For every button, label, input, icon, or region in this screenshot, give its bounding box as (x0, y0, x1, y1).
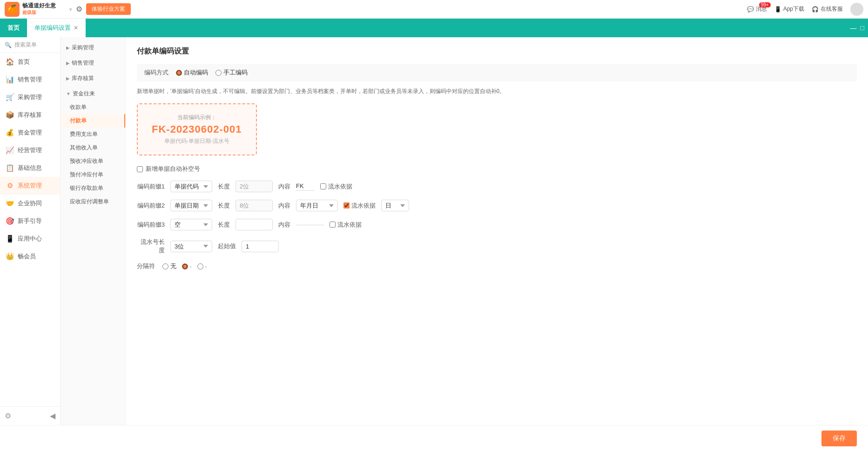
industry-btn[interactable]: 体验行业方案 (86, 3, 131, 15)
prefix2-content-label: 内容 (278, 202, 290, 210)
app-download-item[interactable]: 📱 App下载 (774, 5, 804, 13)
tab-home-label: 首页 (7, 24, 20, 32)
prefix3-length-input[interactable] (236, 219, 273, 230)
sidebar-item-basic[interactable]: 📋 基础信息 (0, 159, 60, 177)
member-icon: 👑 (6, 252, 14, 261)
prefix2-select[interactable]: 单据日期 部门 业务员 空 (170, 200, 212, 211)
sub-group-sales-title[interactable]: ▶ 销售管理 (61, 56, 125, 70)
separator-dot-option[interactable]: · (182, 263, 192, 270)
sidebar-item-sales[interactable]: 📊 销售管理 (0, 71, 60, 88)
preview-code: FK-20230602-001 (152, 123, 242, 135)
sub-item-adjust[interactable]: 应收应付调整单 (61, 195, 125, 209)
sidebar-label-system: 系统管理 (18, 182, 42, 190)
topbar-left: 🍊 畅通道好生意 超级版 ∨ ⚙ 体验行业方案 (5, 2, 131, 17)
sidebar-item-apps[interactable]: 📱 应用中心 (0, 230, 60, 248)
tab-close-icon[interactable]: ✕ (74, 25, 78, 31)
prefix1-serial-checkbox[interactable] (320, 183, 326, 189)
sub-item-expense[interactable]: 费用支出单 (61, 128, 125, 141)
auto-code-option[interactable]: 自动编码 (176, 68, 208, 77)
preview-desc: 单据代码-单据日期-流水号 (152, 137, 242, 145)
serial-length-select[interactable]: 3位 4位 5位 (170, 241, 212, 252)
sub-group-capital-title[interactable]: ▼ 资金往来 (61, 87, 125, 101)
sub-group-sales: ▶ 销售管理 (61, 56, 125, 70)
manual-code-radio[interactable] (215, 70, 222, 76)
minimize-icon[interactable]: — (850, 24, 857, 32)
auto-code-radio[interactable] (176, 70, 182, 76)
prefix3-select[interactable]: 空 单据代码 部门 业务员 (170, 219, 212, 230)
prefix1-length-label: 长度 (218, 182, 230, 191)
sidebar-item-home[interactable]: 🏠 首页 (0, 53, 60, 71)
prefix3-serial-checkbox[interactable] (330, 222, 336, 228)
sub-group-sales-label: 销售管理 (72, 59, 94, 67)
collab-icon: 🤝 (6, 199, 14, 208)
sidebar-settings-icon[interactable]: ⚙ (5, 411, 11, 420)
sidebar-label-inventory: 库存核算 (18, 111, 42, 119)
tab-home[interactable]: 首页 (0, 19, 27, 37)
prefix2-serial-checkbox[interactable] (343, 202, 350, 209)
separator-options: 无 · · (162, 262, 207, 270)
prefix1-content-label: 内容 (278, 182, 290, 191)
sub-item-prepay-ap[interactable]: 预付冲应付单 (61, 168, 125, 182)
prefix2-serial-unit-select[interactable]: 日 月 年 (381, 200, 409, 211)
sidebar-item-guide[interactable]: 🎯 新手引导 (0, 212, 60, 230)
start-value-input[interactable] (242, 241, 279, 252)
search-menu-label: 搜索菜单 (14, 41, 37, 49)
separator-none-radio[interactable] (162, 263, 168, 269)
separator-none-option[interactable]: 无 (162, 262, 176, 270)
sidebar-item-operations[interactable]: 📈 经营管理 (0, 141, 60, 159)
sidebar-item-system[interactable]: ⚙ 系统管理 (0, 177, 60, 195)
guide-icon: 🎯 (6, 217, 14, 225)
auto-fill-checkbox[interactable] (137, 166, 143, 172)
separator-dot2-label: · (205, 263, 207, 270)
prefix1-serial-label[interactable]: 流水依据 (320, 182, 352, 191)
expand-arrow-icon[interactable]: ∨ (69, 7, 72, 12)
online-service-item[interactable]: 🎧 在线客服 (812, 5, 843, 13)
finance-icon: 💰 (6, 128, 14, 137)
sub-group-inventory-label: 库存核算 (72, 74, 94, 82)
separator-none-label: 无 (170, 262, 176, 270)
sidebar-item-member[interactable]: 👑 畅会员 (0, 248, 60, 265)
prefix2-content-select[interactable]: 年月日 年月 年 (296, 200, 338, 211)
sub-group-inventory-title[interactable]: ▶ 库存核算 (61, 72, 125, 85)
sidebar-label-collab: 企业协同 (18, 199, 42, 208)
sidebar-item-finance[interactable]: 💰 资金管理 (0, 124, 60, 141)
avatar[interactable] (850, 3, 863, 16)
prefix2-serial-label[interactable]: 流水依据 (343, 202, 376, 210)
maximize-icon[interactable]: □ (861, 24, 864, 32)
separator-dot-radio[interactable] (182, 263, 188, 269)
sub-item-prepay-ar[interactable]: 预收冲应收单 (61, 155, 125, 168)
prefix2-serial-text: 流水依据 (351, 202, 376, 210)
sub-group-purchase-title[interactable]: ▶ 采购管理 (61, 41, 125, 54)
prefix3-serial-label[interactable]: 流水依据 (330, 221, 362, 229)
separator-dot2-option[interactable]: · (197, 263, 207, 270)
search-icon: 🔍 (5, 42, 12, 48)
prefix1-select[interactable]: 单据代码 部门 业务员 空 (170, 181, 212, 192)
manual-code-option[interactable]: 手工编码 (215, 68, 248, 77)
sidebar-collapse-icon[interactable]: ◀ (50, 411, 55, 420)
preview-box: 当前编码示例： FK-20230602-001 单据代码-单据日期-流水号 (137, 103, 257, 155)
app-download-icon: 📱 (774, 6, 781, 13)
settings-icon[interactable]: ⚙ (76, 5, 82, 13)
prefix1-length-input (236, 181, 273, 192)
sidebar-item-collab[interactable]: 🤝 企业协同 (0, 195, 60, 212)
prefix2-length-label: 长度 (218, 202, 230, 210)
separator-label: 分隔符 (137, 262, 155, 270)
sub-item-receipt[interactable]: 收款单 (61, 101, 125, 114)
page-title: 付款单编码设置 (137, 47, 857, 56)
search-menu-item[interactable]: 🔍 搜索菜单 (0, 37, 60, 53)
sub-item-payment[interactable]: 付款单 (61, 114, 125, 128)
sidebar-item-inventory[interactable]: 📦 库存核算 (0, 106, 60, 124)
system-icon: ⚙ (6, 182, 14, 190)
content-area: 付款单编码设置 编码方式 自动编码 手工编码 新增单据时，'单据编码'自动生成，… (126, 37, 868, 425)
separator-dot2-radio[interactable] (197, 263, 203, 269)
serial-length-row: 流水号长度 3位 4位 5位 起始值 (137, 238, 857, 255)
sub-item-bank[interactable]: 银行存取款单 (61, 182, 125, 195)
sub-item-other-income[interactable]: 其他收入单 (61, 141, 125, 155)
sidebar-item-purchase[interactable]: 🛒 采购管理 (0, 88, 60, 106)
message-icon-item[interactable]: 💬 消息 99+ (747, 5, 767, 13)
topbar: 🍊 畅通道好生意 超级版 ∨ ⚙ 体验行业方案 💬 消息 99+ 📱 App下载… (0, 0, 868, 19)
tab-voucher-code[interactable]: 单据编码设置 ✕ (27, 19, 86, 37)
sub-group-purchase: ▶ 采购管理 (61, 41, 125, 54)
info-text: 新增单据时，'单据编码'自动生成，不可编辑。前缀设置为部门、业务员等档案类，开单… (137, 87, 857, 96)
save-button[interactable]: 保存 (821, 431, 857, 446)
